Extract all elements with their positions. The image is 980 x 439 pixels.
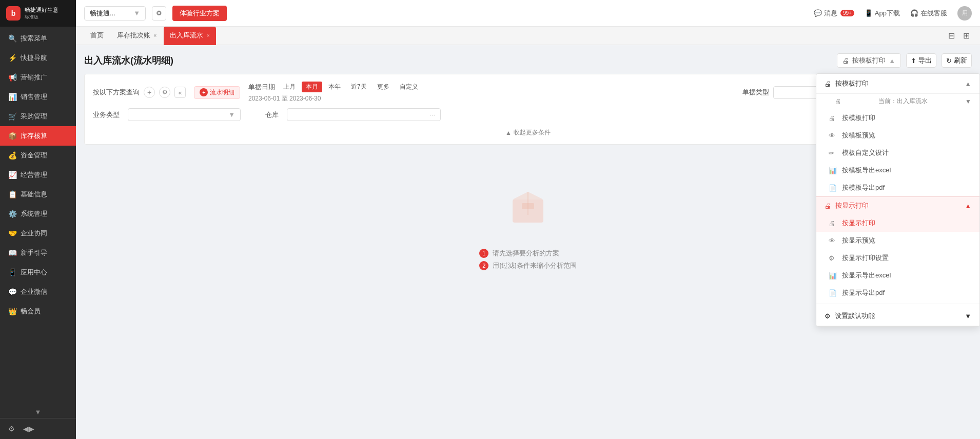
current-label-text: 当前：出入库流水 <box>878 97 928 106</box>
date-tab-this-year[interactable]: 本年 <box>324 82 345 92</box>
collapse-sidebar-icon[interactable]: ◀▶ <box>23 425 34 433</box>
logo-icon: b <box>6 6 21 21</box>
collapse-up-icon: ▲ <box>505 129 512 136</box>
display-preview-item-icon: 👁 <box>829 237 837 245</box>
display-print-section-header[interactable]: 🖨 按显示打印 ▲ <box>816 196 979 214</box>
refresh-label: 刷新 <box>954 56 967 65</box>
tab-batch-label: 库存批次账 <box>117 31 150 40</box>
sidebar-item-label: 企业协同 <box>21 229 47 238</box>
online-service-button[interactable]: 🎧 在线客服 <box>910 9 947 18</box>
settings-icon[interactable]: ⚙ <box>8 425 15 433</box>
sales-icon: 📊 <box>8 93 16 101</box>
sidebar-item-purchase[interactable]: 🛒 采购管理 <box>0 107 76 126</box>
settings-button[interactable]: ⚙ <box>152 6 166 21</box>
display-print-item-label: 按显示打印 <box>842 218 875 228</box>
display-print-item[interactable]: 🖨 按显示打印 <box>816 214 979 232</box>
guide-icon: 📖 <box>8 249 16 257</box>
collapse-conditions-button[interactable]: ▲ 收起更多条件 <box>505 128 551 137</box>
template-print-header-label: 按模板打印 <box>835 79 869 88</box>
sidebar-item-label: 企业微信 <box>21 287 47 296</box>
filter-setting-button[interactable]: ⚙ <box>159 87 170 98</box>
default-function-header[interactable]: ⚙ 设置默认功能 ▼ <box>816 306 979 326</box>
warehouse-more-icon: ··· <box>429 111 435 118</box>
template-export-excel-label: 按模板导出excel <box>842 166 891 175</box>
sidebar-item-wechat[interactable]: 💬 企业微信 <box>0 282 76 302</box>
date-tab-custom[interactable]: 自定义 <box>396 82 422 92</box>
sidebar-scroll-arrow[interactable]: ▼ <box>0 406 76 418</box>
template-export-excel-item[interactable]: 📊 按模板导出excel <box>816 162 979 179</box>
display-export-pdf-item[interactable]: 📄 按显示导出pdf <box>816 284 979 302</box>
sidebar-item-inventory[interactable]: 📦 库存核算 <box>0 126 76 146</box>
tab-batch-close[interactable]: × <box>153 32 156 38</box>
sidebar-item-finance[interactable]: 💰 资金管理 <box>0 146 76 165</box>
business-type-chevron-icon: ▼ <box>228 111 235 118</box>
headphone-icon: 🎧 <box>910 9 918 17</box>
template-print-item-icon: 🖨 <box>829 114 837 122</box>
sidebar-item-label: 畅会员 <box>21 307 41 316</box>
display-print-settings-item[interactable]: ⚙ 按显示打印设置 <box>816 249 979 267</box>
user-selector[interactable]: 畅捷通... ▼ <box>84 6 146 21</box>
tab-flow[interactable]: 出入库流水 × <box>164 27 215 45</box>
header-right-area: 💬 消息 99+ 📱 App下载 🎧 在线客服 用 <box>814 6 972 21</box>
collapse-label: 收起更多条件 <box>514 128 551 137</box>
display-export-excel-icon: 📊 <box>829 272 837 280</box>
active-filter-tag[interactable]: ✦ 流水明细 <box>194 86 240 99</box>
app-version: 标准版 <box>25 14 58 21</box>
tab-home[interactable]: 首页 <box>84 27 110 45</box>
refresh-button[interactable]: ↻ 刷新 <box>942 53 972 68</box>
finance-icon: 💰 <box>8 151 16 159</box>
sidebar-item-label: 销售管理 <box>21 92 47 102</box>
main-content: 畅捷通... ▼ ⚙ 体验行业方案 💬 消息 99+ 📱 App下载 🎧 在线客… <box>76 0 980 439</box>
industry-solution-button[interactable]: 体验行业方案 <box>172 6 227 21</box>
template-preview-item[interactable]: 👁 按模板预览 <box>816 127 979 144</box>
sidebar-item-sales[interactable]: 📊 销售管理 <box>0 87 76 107</box>
display-export-excel-item[interactable]: 📊 按显示导出excel <box>816 267 979 284</box>
doc-type-label: 单据类型 <box>742 88 769 97</box>
export-label: 导出 <box>918 56 932 65</box>
print-template-button[interactable]: 🖨 按模板打印 ▲ <box>837 53 901 68</box>
sidebar-item-app-center[interactable]: 📱 应用中心 <box>0 263 76 282</box>
display-section-chevron-icon: ▲ <box>965 202 971 210</box>
template-print-section-header[interactable]: 🖨 按模板打印 ▲ <box>816 74 979 94</box>
user-avatar[interactable]: 用 <box>957 6 972 21</box>
sidebar-item-system[interactable]: ⚙️ 系统管理 <box>0 204 76 224</box>
sidebar-item-cooperation[interactable]: 🤝 企业协同 <box>0 224 76 243</box>
template-section-chevron-icon: ▲ <box>965 80 971 88</box>
sidebar-item-label: 资金管理 <box>21 151 47 160</box>
sidebar-item-search[interactable]: 🔍 搜索菜单 <box>0 29 76 48</box>
filter-add-button[interactable]: + <box>144 87 155 98</box>
tab-maximize-icon[interactable]: ⊞ <box>961 29 972 43</box>
sidebar-item-operations[interactable]: 📈 经营管理 <box>0 165 76 185</box>
filter-collapse-button[interactable]: « <box>174 87 186 98</box>
sidebar-item-member[interactable]: 👑 畅会员 <box>0 302 76 321</box>
display-preview-item[interactable]: 👁 按显示预览 <box>816 232 979 249</box>
template-print-item[interactable]: 🖨 按模板打印 <box>816 109 979 127</box>
template-custom-item[interactable]: ✏ 模板自定义设计 <box>816 144 979 162</box>
tab-flow-close[interactable]: × <box>206 32 209 38</box>
app-download-button[interactable]: 📱 App下载 <box>865 9 900 18</box>
sidebar-item-label: 采购管理 <box>21 112 47 121</box>
sidebar-item-quick-nav[interactable]: ⚡ 快捷导航 <box>0 48 76 68</box>
business-type-label: 业务类型 <box>93 110 120 119</box>
warehouse-select[interactable]: ··· <box>287 108 441 121</box>
sidebar-item-basic-info[interactable]: 📋 基础信息 <box>0 185 76 204</box>
app-download-label: App下载 <box>875 9 900 18</box>
sidebar-item-marketing[interactable]: 📢 营销推广 <box>0 68 76 87</box>
date-tab-last-month[interactable]: 上月 <box>279 82 300 92</box>
sidebar-item-label: 新手引导 <box>21 248 47 257</box>
date-tab-more[interactable]: 更多 <box>373 82 394 92</box>
date-tabs: 上月 本月 本年 近7天 更多 自定义 <box>279 82 422 92</box>
user-selector-text: 畅捷通... <box>90 9 115 18</box>
template-custom-item-label: 模板自定义设计 <box>842 148 889 157</box>
quick-nav-icon: ⚡ <box>8 54 16 62</box>
display-export-pdf-label: 按显示导出pdf <box>842 288 885 297</box>
messages-button[interactable]: 💬 消息 99+ <box>814 9 854 18</box>
business-type-select[interactable]: ▼ <box>128 108 241 121</box>
template-export-pdf-item[interactable]: 📄 按模板导出pdf <box>816 179 979 196</box>
date-tab-this-month[interactable]: 本月 <box>302 82 322 92</box>
export-button[interactable]: ⬆ 导出 <box>906 53 936 68</box>
tab-batch[interactable]: 库存批次账 × <box>111 27 163 45</box>
date-tab-last7[interactable]: 近7天 <box>347 82 371 92</box>
sidebar-item-guide[interactable]: 📖 新手引导 <box>0 243 76 263</box>
tab-minimize-icon[interactable]: ⊟ <box>946 29 957 43</box>
